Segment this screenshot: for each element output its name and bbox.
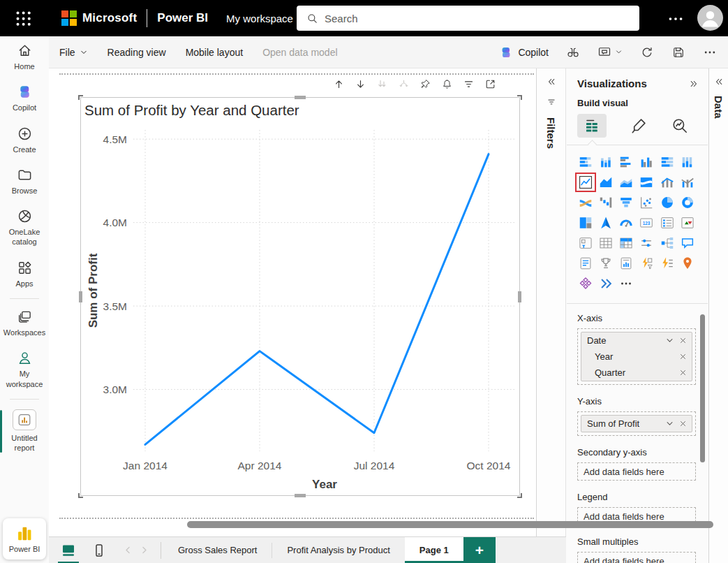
refresh-icon[interactable] [640,45,654,59]
copilot-button[interactable]: Copilot [499,45,549,59]
next-page-icon[interactable] [139,545,149,555]
data-pane-collapsed[interactable]: Data [708,68,728,563]
desktop-view-icon[interactable] [60,542,77,559]
viz-icon-smart-narrative[interactable] [577,255,595,272]
sidebar-item-browse[interactable]: Browse [0,161,49,202]
add-page-button[interactable]: + [463,537,496,563]
viz-icon-matrix[interactable] [617,235,635,251]
field-pill-date[interactable]: Date [581,332,692,349]
menu-item-reading-view[interactable]: Reading view [98,41,176,64]
field-well-x-axis[interactable]: DateYearQuarter [577,328,696,385]
viz-icon-100-stacked-column-chart[interactable] [678,154,697,170]
global-search[interactable] [297,6,639,31]
viz-icon-qa-visual[interactable] [678,235,697,251]
filters-pane-collapsed[interactable]: Filters [536,68,566,536]
resize-handle-left[interactable] [79,291,82,302]
build-visual-tab[interactable] [577,114,607,138]
pin-icon[interactable] [419,78,431,90]
viz-icon-power-automate-visual[interactable] [658,255,676,272]
viz-icon-custom-visual-diamond[interactable] [577,275,595,292]
app-name[interactable]: Power BI [157,11,208,25]
search-input[interactable] [325,13,618,24]
viz-icon-clustered-bar-chart[interactable] [617,154,635,170]
viz-icon-kpi[interactable] [678,214,697,231]
viz-icon-pie-chart[interactable] [658,194,676,211]
viz-icon-decomposition-tree[interactable] [658,235,676,251]
workspace-name[interactable]: My workspace [226,13,293,24]
alert-icon[interactable] [441,78,453,90]
resize-handle-bottom[interactable] [295,494,306,497]
viz-icon-goals[interactable] [597,255,615,272]
viz-icon-range-slicer[interactable] [637,235,655,251]
viz-icon-stacked-bar-chart[interactable] [577,154,595,170]
viz-icon-card[interactable]: 123 [637,214,655,231]
microsoft-logo[interactable]: Microsoft [61,10,137,26]
viz-icon-stacked-area-chart[interactable] [617,174,635,191]
page-tab-page-1[interactable]: Page 1 [405,537,463,563]
app-launcher-icon[interactable] [13,8,34,29]
viz-icon-table[interactable] [597,235,615,251]
chevron-down-icon[interactable] [666,420,674,427]
resize-handle-top[interactable] [295,96,306,99]
drill-up-icon[interactable] [333,78,345,90]
horizontal-scrollbar[interactable] [187,521,713,528]
page-tab-profit-analysis-by-product[interactable]: Profit Analysis by Product [272,537,404,563]
sidebar-item-workspaces[interactable]: Workspaces [0,302,49,344]
viz-icon-donut-chart[interactable] [678,194,697,211]
viz-icon-power-automate-flow[interactable] [597,275,615,292]
resize-handle-bottom-left[interactable] [78,493,83,498]
viz-icon-arcgis-map[interactable] [678,255,697,272]
avatar[interactable] [697,5,723,31]
viz-icon-clustered-column-chart[interactable] [637,154,655,170]
analytics-tab[interactable] [671,117,689,135]
drill-down-icon[interactable] [355,78,366,90]
menu-item-file[interactable]: File [50,41,98,64]
visualizations-scrollbar[interactable] [700,314,705,462]
viz-icon-slicer[interactable] [577,235,595,251]
viz-icon-100-stacked-bar-chart[interactable] [658,154,676,170]
viz-icon-treemap[interactable] [577,214,595,231]
binoculars-icon[interactable] [566,45,580,59]
viz-icon-line-stacked-column-chart[interactable] [637,174,655,191]
filter-icon[interactable] [463,78,475,90]
line-chart-visual[interactable]: Sum of Profit by Year and Quarter3.0M3.5… [80,97,520,496]
focus-mode-icon[interactable] [484,78,496,90]
report-canvas[interactable]: Sum of Profit by Year and Quarter3.0M3.5… [49,68,536,536]
resize-handle-bottom-right[interactable] [517,493,522,498]
topbar-more-icon[interactable] [667,10,685,28]
sidebar-item-untitled-report[interactable]: Untitled report [0,403,49,460]
viz-icon-power-apps-visual[interactable] [637,255,655,272]
resize-handle-top-left[interactable] [78,95,83,100]
resize-handle-right[interactable] [518,291,521,302]
sidebar-item-more[interactable] [0,460,49,488]
viz-icon-map[interactable] [597,214,615,231]
format-visual-tab[interactable] [630,117,648,135]
sidebar-item-copilot[interactable]: Copilot [0,78,49,119]
viz-icon-combo-chart[interactable] [678,174,697,191]
profit-line-chart[interactable]: Sum of Profit by Year and Quarter3.0M3.5… [81,98,519,495]
save-icon[interactable] [671,45,685,59]
collapse-visualizations-icon[interactable] [689,79,699,89]
viz-icon-paginated-report[interactable] [617,255,635,272]
viz-icon-multi-row-card[interactable] [658,214,676,231]
field-pill-year[interactable]: Year [581,349,692,365]
toolbar-more-icon[interactable] [703,45,717,59]
field-well-y-axis[interactable]: Sum of Profit [577,411,696,436]
remove-field-icon[interactable] [679,369,687,376]
remove-field-icon[interactable] [679,420,687,427]
viz-icon-stacked-column-chart[interactable] [597,154,615,170]
remove-field-icon[interactable] [679,353,687,360]
empty-field-well-secondary-y-axis[interactable]: Add data fields here [577,462,696,481]
field-pill-sum-of-profit[interactable]: Sum of Profit [581,416,692,432]
viz-icon-line-chart[interactable] [577,174,595,191]
sidebar-item-my-workspace[interactable]: My workspace [0,344,49,395]
sidebar-item-home[interactable]: Home [0,36,49,78]
expand-filters-icon[interactable] [547,77,556,87]
present-menu-button[interactable] [597,45,623,59]
sidebar-item-create[interactable]: Create [0,119,49,161]
viz-icon-area-chart[interactable] [597,174,615,191]
viz-icon-funnel-chart[interactable] [617,194,635,211]
power-bi-badge[interactable]: Power BI [3,518,46,560]
remove-field-icon[interactable] [679,337,687,344]
sidebar-item-apps[interactable]: Apps [0,254,49,295]
